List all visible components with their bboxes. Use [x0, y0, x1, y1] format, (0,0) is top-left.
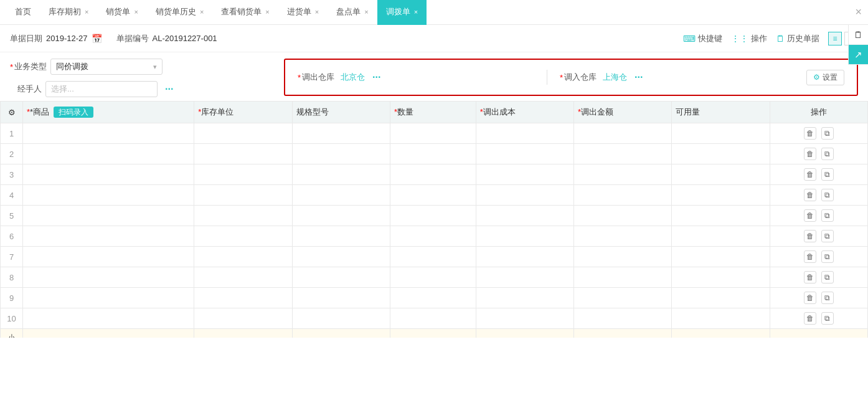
date-value[interactable]: 2019-12-27 — [46, 34, 88, 43]
delete-icon-3[interactable]: 🗑 — [804, 168, 816, 181]
unit-cell-10[interactable] — [194, 308, 292, 329]
amount-cell-2[interactable] — [573, 144, 671, 164]
cost-cell-8[interactable] — [476, 267, 573, 288]
qty-cell-6[interactable] — [390, 226, 476, 247]
product-cell-10[interactable] — [23, 308, 194, 329]
qty-cell-7[interactable] — [390, 247, 476, 267]
unit-cell-9[interactable] — [194, 288, 292, 308]
close-tab-view-sales[interactable]: × — [265, 8, 269, 16]
qty-cell-5[interactable] — [390, 206, 476, 226]
cost-cell-4[interactable] — [476, 185, 573, 206]
amount-cell-3[interactable] — [573, 164, 671, 185]
amount-cell-10[interactable] — [573, 308, 671, 329]
close-tab-sales[interactable]: × — [134, 8, 138, 16]
delete-icon-8[interactable]: 🗑 — [804, 271, 816, 283]
product-cell-1[interactable] — [23, 123, 194, 144]
unit-cell-2[interactable] — [194, 144, 292, 164]
calendar-icon[interactable]: 📅 — [92, 34, 101, 44]
warehouse-out-more-btn[interactable]: ··· — [372, 72, 380, 83]
spec-cell-3[interactable] — [292, 164, 390, 185]
product-cell-6[interactable] — [23, 226, 194, 247]
scan-btn[interactable]: 扫码录入 — [54, 107, 93, 118]
cost-cell-10[interactable] — [476, 308, 573, 329]
amount-cell-9[interactable] — [573, 288, 671, 308]
spec-cell-1[interactable] — [292, 123, 390, 144]
close-tab-transfer[interactable]: × — [414, 8, 418, 16]
unit-cell-7[interactable] — [194, 247, 292, 267]
unit-cell-5[interactable] — [194, 206, 292, 226]
unit-cell-11[interactable] — [194, 329, 292, 338]
unit-cell-3[interactable] — [194, 164, 292, 185]
product-cell-2[interactable] — [23, 144, 194, 164]
close-tab-purchase[interactable]: × — [315, 8, 319, 16]
business-type-select[interactable]: 同价调拨 ▾ — [50, 59, 163, 75]
copy-icon-10[interactable]: ⧉ — [821, 312, 834, 325]
cost-cell-5[interactable] — [476, 206, 573, 226]
spec-cell-10[interactable] — [292, 308, 390, 329]
settings-btn[interactable]: ⚙ 设置 — [806, 70, 844, 85]
cost-cell-3[interactable] — [476, 164, 573, 185]
unit-cell-1[interactable] — [194, 123, 292, 144]
spec-cell-2[interactable] — [292, 144, 390, 164]
cost-cell-9[interactable] — [476, 288, 573, 308]
actions-btn[interactable]: ⋮⋮ 操作 — [731, 33, 767, 44]
delete-icon-1[interactable]: 🗑 — [804, 127, 816, 140]
history-btn[interactable]: 🗒 历史单据 — [776, 33, 819, 44]
qty-cell-1[interactable] — [390, 123, 476, 144]
close-window[interactable]: × — [855, 6, 862, 19]
delete-icon-6[interactable]: 🗑 — [804, 230, 816, 242]
copy-icon-5[interactable]: ⧉ — [821, 209, 834, 222]
layout-list[interactable]: ≡ — [828, 32, 842, 45]
tab-view-sales[interactable]: 查看销货单 × — [212, 0, 278, 25]
product-cell-5[interactable] — [23, 206, 194, 226]
amount-cell-1[interactable] — [573, 123, 671, 144]
amount-cell-7[interactable] — [573, 247, 671, 267]
spec-cell-4[interactable] — [292, 185, 390, 206]
qty-cell-10[interactable] — [390, 308, 476, 329]
tab-sales-history[interactable]: 销货单历史 × — [147, 0, 212, 25]
note-panel-btn[interactable]: 🗒 — [849, 25, 869, 45]
warehouse-in-value[interactable]: 上海仓 — [603, 72, 627, 83]
delete-icon-7[interactable]: 🗑 — [804, 250, 816, 263]
qty-cell-3[interactable] — [390, 164, 476, 185]
qty-cell-4[interactable] — [390, 185, 476, 206]
copy-icon-8[interactable]: ⧉ — [821, 271, 834, 283]
delete-icon-2[interactable]: 🗑 — [804, 148, 816, 160]
product-cell-9[interactable] — [23, 288, 194, 308]
spec-cell-9[interactable] — [292, 288, 390, 308]
shortcuts-btn[interactable]: ⌨ 快捷键 — [683, 33, 722, 44]
warehouse-out-value[interactable]: 北京仓 — [341, 72, 365, 83]
close-tab-inventory-init[interactable]: × — [85, 8, 88, 16]
spec-cell-7[interactable] — [292, 247, 390, 267]
spec-cell-6[interactable] — [292, 226, 390, 247]
copy-icon-3[interactable]: ⧉ — [821, 168, 834, 181]
close-tab-sales-history[interactable]: × — [200, 8, 204, 16]
unit-cell-8[interactable] — [194, 267, 292, 288]
tab-stocktake[interactable]: 盘点单 × — [328, 0, 377, 25]
cost-cell-2[interactable] — [476, 144, 573, 164]
amount-cell-6[interactable] — [573, 226, 671, 247]
cost-cell-7[interactable] — [476, 247, 573, 267]
product-cell-8[interactable] — [23, 267, 194, 288]
tab-sales[interactable]: 销货单 × — [97, 0, 146, 25]
spec-cell-5[interactable] — [292, 206, 390, 226]
copy-icon-2[interactable]: ⧉ — [821, 148, 834, 160]
col-gear[interactable]: ⚙ — [1, 102, 23, 123]
amount-cell-5[interactable] — [573, 206, 671, 226]
cost-cell-6[interactable] — [476, 226, 573, 247]
product-cell-11[interactable] — [23, 329, 194, 338]
copy-icon-4[interactable]: ⧉ — [821, 189, 834, 201]
qty-cell-9[interactable] — [390, 288, 476, 308]
cost-cell-1[interactable] — [476, 123, 573, 144]
qty-cell-8[interactable] — [390, 267, 476, 288]
product-cell-3[interactable] — [23, 164, 194, 185]
spec-cell-11[interactable] — [292, 329, 390, 338]
handler-select[interactable]: 选择... — [45, 81, 158, 97]
handler-more-btn[interactable]: ··· — [165, 83, 173, 95]
unit-cell-4[interactable] — [194, 185, 292, 206]
amount-cell-4[interactable] — [573, 185, 671, 206]
export-panel-btn[interactable]: ↗ — [849, 45, 869, 65]
copy-icon-9[interactable]: ⧉ — [821, 292, 834, 304]
copy-icon-7[interactable]: ⧉ — [821, 250, 834, 263]
delete-icon-5[interactable]: 🗑 — [804, 209, 816, 222]
